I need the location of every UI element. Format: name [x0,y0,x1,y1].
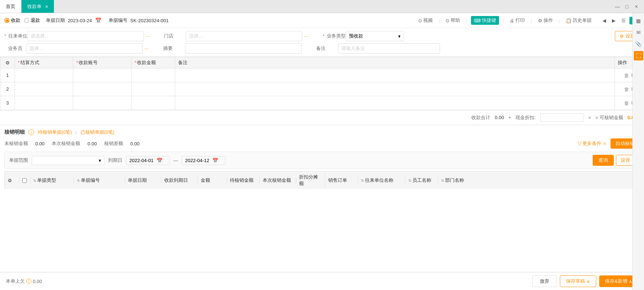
dth-sale-order: 销售订单 [325,177,358,184]
staff-more-btn[interactable]: ··· [144,46,149,51]
operation-btn[interactable]: ⚙ 操作 [536,16,555,24]
row-3-account[interactable] [73,96,131,110]
top-toolbar: 收款 退款 单据日期 2023-03-24 📅 单据编号 SK-20230324… [0,13,644,28]
tab-receipt-label: 收款单 [27,3,42,10]
store-input[interactable]: 选择... [186,31,302,41]
sort-icon: ⇅ [33,179,36,183]
dth-checkbox[interactable] [19,178,30,183]
list-view-btn[interactable]: ☰ [619,17,628,24]
date-from-input[interactable]: 2022-04-01 📅 [126,156,170,165]
tab-home[interactable]: 首页 [0,0,21,13]
writeoff-title: 核销明细 i 待核销单据(0笔) | 已核销单据(0笔) [4,129,640,136]
sidebar-table-icon[interactable]: ▦ [634,16,643,26]
radio-refund-label: 退款 [31,17,40,24]
note-input[interactable]: 请输入备注 [338,43,440,54]
row-1-delete-icon[interactable]: 🗑 [624,72,629,78]
row-3-delete-icon[interactable]: 🗑 [624,100,629,106]
dth-due-date: 收款到期日 [161,177,198,184]
select-all-checkbox[interactable] [22,178,27,183]
table-row: 1 🗑 ⧉ [0,68,644,82]
keyboard-icon: ⌨ [474,18,481,23]
chevron-down-icon: ▾ [398,34,401,39]
row-1-settle[interactable] [15,68,73,82]
quota-label: 本单上欠 [6,278,25,285]
this-cancel-value: 0.00 [87,141,97,146]
doc-info: 单据日期 2023-03-24 📅 单据编号 SK-20230324-001 [46,17,169,24]
dth-pending: 待核销金额 [227,177,260,184]
draft-btn[interactable]: 保存草稿 ∧ [560,275,596,287]
tab-close-icon[interactable]: × [45,4,48,9]
abandon-btn[interactable]: 放弃 [532,275,557,287]
tab-bar: 首页 收款单 × — □ × [0,0,644,13]
done-tab[interactable]: 已核销单据(0笔) [80,129,114,136]
bottom-bar: 本单上欠 i 0.00 放弃 保存草稿 ∧ 保存&新增 ∧ [0,272,644,290]
minimize-btn[interactable]: — [614,3,621,10]
uncancelled-value: 0.00 [35,141,44,146]
row-2-settle[interactable] [15,82,73,96]
video-btn[interactable]: ⊙ 视频 [416,16,435,24]
row-1-idx: 1 [0,68,15,82]
more-filter-btn[interactable]: ▽ 更多条件 ∧ [578,140,607,147]
window-controls: — □ × [614,3,644,10]
form-section: * 往来单位 请选择... ··· 门店 选择... ··· [0,28,644,57]
video-icon: ⊙ [418,18,422,23]
shortcut-btn[interactable]: ⌨ 快捷键 [471,16,499,25]
biz-type-select[interactable]: 预收款 ▾ [346,31,404,41]
radio-refund[interactable]: 退款 [24,17,40,24]
row-1-amount[interactable] [131,68,175,82]
row-2-delete-icon[interactable]: 🗑 [624,86,629,92]
writeoff-section: 核销明细 i 待核销单据(0笔) | 已核销单据(0笔) 未核销金额 0.00 … [0,125,644,191]
row-1-account[interactable] [73,68,131,82]
row-3-settle[interactable] [15,96,73,110]
row-2-amount[interactable] [131,82,175,96]
sort-icon: ⇅ [408,179,411,183]
gear-icon: ⚙ [620,34,624,39]
receipt-table: ⚙ *结算方式 *收款账号 *收款金额 备注 [0,57,644,110]
chevron-up-icon: ∧ [629,279,632,284]
row-2-account[interactable] [73,82,131,96]
th-gear[interactable]: ⚙ [0,57,15,68]
info-circle-icon[interactable]: i [26,279,31,284]
discount-input[interactable] [540,113,584,122]
writeoff-info-icon[interactable]: i [28,129,34,135]
row-3-remark[interactable] [175,96,615,110]
total-label: 收款合计 [471,114,490,121]
doc-no-value: SK-20230324-001 [130,18,169,23]
radio-receipt[interactable]: 收款 [4,17,20,24]
close-btn[interactable]: × [633,3,640,10]
pending-tab[interactable]: 待核销单据(0笔) [38,129,72,136]
bottom-actions: 放弃 保存草稿 ∧ 保存&新增 ∧ [532,275,638,287]
form-row-1: * 往来单位 请选择... ··· 门店 选择... ··· [4,31,640,41]
dth-gear[interactable]: ⚙ [5,178,19,183]
prev-btn[interactable]: ◀ [600,17,608,24]
radio-receipt-label: 收款 [11,17,20,24]
summary-input[interactable] [185,43,302,54]
query-btn[interactable]: 查询 [593,155,614,166]
date-to-input[interactable]: 2022-04-12 📅 [182,156,225,165]
range-chevron-icon: ▾ [99,158,101,163]
counterpart-label: * 往来单位 [4,33,27,39]
counterpart-more-btn[interactable]: ··· [145,33,150,39]
radio-refund-circle [24,18,29,23]
next-btn[interactable]: ▶ [610,17,618,24]
store-more-btn[interactable]: ··· [304,33,308,39]
th-amount: *收款金额 [131,57,175,68]
sidebar-mail-icon[interactable]: ✉ [634,28,643,37]
sidebar-screenshot-icon[interactable]: ⛶ [634,51,643,60]
tab-receipt[interactable]: 收款单 × [21,0,54,13]
dth-this-cancel: 本次核销金额 [260,177,296,184]
chevron-up-icon: ∧ [586,279,590,284]
sidebar-clip-icon[interactable]: 📎 [634,39,643,49]
counterpart-input[interactable]: 请选择... [27,31,144,41]
row-1-remark[interactable] [175,68,615,82]
staff-input[interactable]: 选择... [26,43,143,54]
row-2-remark[interactable] [175,82,615,96]
row-3-amount[interactable] [131,96,175,110]
maximize-btn[interactable]: □ [624,3,630,10]
range-select[interactable]: ▾ [32,156,105,165]
help-btn[interactable]: ⊙ 帮助 [443,16,462,24]
print-btn[interactable]: 🖨 打印 [507,16,527,24]
history-btn[interactable]: 📋 历史单据 [564,16,594,24]
range-label: 单据范围 [9,157,28,164]
calendar-icon[interactable]: 📅 [95,17,101,23]
